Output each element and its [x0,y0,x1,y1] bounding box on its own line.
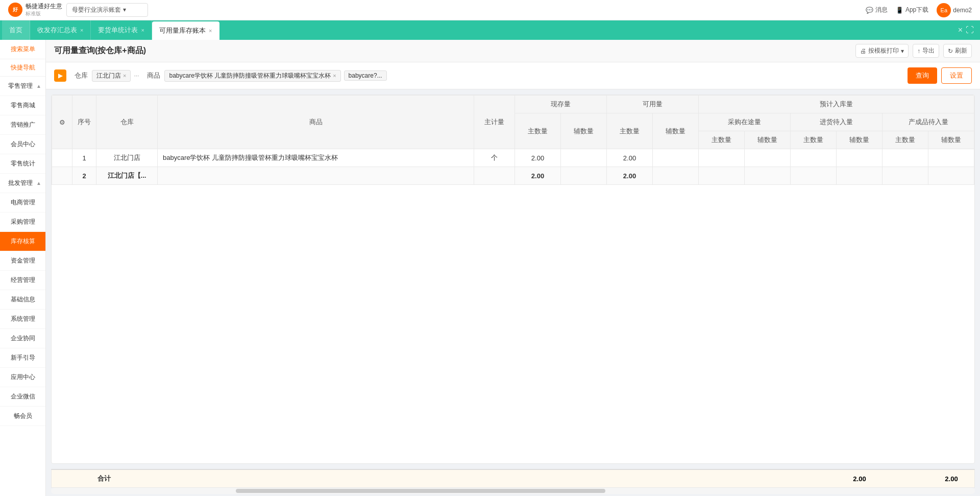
th-product: 商品 [158,96,474,149]
warehouse-tag-close[interactable]: × [123,73,126,79]
cell-product: babycare学饮杯 儿童防摔防撞吸管杯重力球吸嘴杯宝宝水杯 [158,149,474,167]
message-label: 消息 [875,6,888,14]
sidebar-item-marketing[interactable]: 营销推广 [0,115,45,135]
product-tag-1: babycare学饮杯 儿童防摔防撞吸管杯重力球吸嘴杯宝宝水杯 × [164,70,340,82]
avatar: Ea [937,3,951,17]
setting-button[interactable]: 设置 [941,67,972,84]
sidebar-item-member-center[interactable]: 会员中心 [0,135,45,154]
logo-text-block: 畅捷通好生意 标准版 [26,3,62,17]
sidebar-item-purchase[interactable]: 采购管理 [0,212,45,232]
filter-bar: ▶ 仓库 江北门店 × ··· 商品 babycare学饮杯 儿童防摔防撞吸管杯… [46,62,980,89]
tab-receive-summary-close[interactable]: × [80,27,83,33]
close-all-icon[interactable]: × [958,26,963,35]
chevron-down-icon-print: ▾ [901,48,904,55]
industry-selector[interactable]: 母婴行业演示账套 ▾ [66,3,148,17]
scrollbar[interactable] [51,488,975,494]
warehouse-more[interactable]: ··· [134,72,139,79]
th-planned-in: 预计入库量 [699,96,974,113]
tab-receive-summary-label: 收发存汇总表 [37,26,77,35]
cell-avail-main: 2.00 [607,149,653,167]
warehouse-tag-value: 江北门店 [96,72,121,80]
tab-bar: 首页 收发存汇总表 × 要货单统计表 × 可用量库存账本 × × ⛶ [0,20,980,40]
export-btn[interactable]: ↑ 导出 [913,44,939,58]
refresh-icon: ↻ [948,48,953,55]
sidebar-search[interactable]: 搜索菜单 [0,40,45,59]
sidebar-item-wholesale-mgmt[interactable]: 批发管理 ▲ [0,174,45,193]
logo-text: 畅捷通好生意 [26,3,62,10]
sidebar-item-finance[interactable]: 资金管理 [0,251,45,271]
th-proc-transit-main: 主数量 [699,131,745,149]
th-goods-pend-aux: 辅数量 [837,131,883,149]
sidebar-item-operations[interactable]: 经营管理 [0,271,45,290]
main-layout: 搜索菜单 快捷导航 零售管理 ▲ 零售商城 营销推广 会员中心 零售统计 批发管… [0,40,980,496]
cell-warehouse: 江北门店 [96,149,158,167]
table-footer: 合计 2.00 2.00 [51,469,975,488]
phone-icon: 📱 [896,7,903,14]
sidebar-item-retail-mgmt[interactable]: 零售管理 ▲ [0,77,45,96]
cell-settings [52,149,72,167]
tab-available-inventory-close[interactable]: × [209,28,212,34]
product-tag-1-close[interactable]: × [333,73,336,79]
logo-sub: 标准版 [26,10,62,17]
warehouse-tags: 江北门店 × ··· [92,70,139,82]
cell-no-2: 2 [72,167,96,185]
tab-available-inventory[interactable]: 可用量库存账本 × [152,21,219,40]
tab-home[interactable]: 首页 [2,20,30,40]
sidebar-item-member-plus[interactable]: 畅会员 [0,407,45,426]
sidebar-item-enterprise-wechat[interactable]: 企业微信 [0,387,45,407]
cell-proc-transit-aux-2 [745,167,791,185]
query-button[interactable]: 查询 [908,67,937,84]
refresh-btn[interactable]: ↻ 刷新 [943,44,972,58]
cell-avail-main-2: 2.00 [607,167,653,185]
filter-toggle[interactable]: ▶ [54,69,66,82]
sidebar-nav[interactable]: 快捷导航 [0,59,45,77]
sidebar-item-retail-stats[interactable]: 零售统计 [0,154,45,174]
cell-avail-aux [653,149,699,167]
message-btn[interactable]: 💬 消息 [866,6,888,14]
sidebar-item-basic-info[interactable]: 基础信息 [0,290,45,310]
th-avail-aux: 辅数量 [653,113,699,149]
user-name: demo2 [953,7,972,14]
cell-product-2 [158,167,474,185]
tab-receive-summary[interactable]: 收发存汇总表 × [30,20,91,40]
sidebar-item-app-center[interactable]: 应用中心 [0,368,45,387]
th-proc-transit: 采购在途量 [699,113,791,131]
sidebar: 搜索菜单 快捷导航 零售管理 ▲ 零售商城 营销推广 会员中心 零售统计 批发管… [0,40,46,496]
th-no: 序号 [72,96,96,149]
print-btn[interactable]: 🖨 按模板打印 ▾ [855,44,909,58]
sidebar-item-newbie-guide[interactable]: 新手引导 [0,348,45,368]
chevron-down-icon: ▾ [123,6,126,13]
sidebar-item-system[interactable]: 系统管理 [0,310,45,329]
th-prod-pend: 产成品待入量 [883,113,974,131]
top-bar: 好 畅捷通好生意 标准版 母婴行业演示账套 ▾ 💬 消息 📱 App下载 Ea … [0,0,980,20]
cell-current-aux-2 [561,167,607,185]
top-bar-left: 好 畅捷通好生意 标准版 母婴行业演示账套 ▾ [8,3,148,17]
tab-order-stats[interactable]: 要货单统计表 × [91,20,152,40]
th-settings[interactable]: ⚙ [52,96,72,149]
warehouse-tag: 江北门店 × [92,70,131,82]
cell-proc-transit-main-2 [699,167,745,185]
cell-current-main: 2.00 [515,149,561,167]
product-tag-2: babycare?... [344,70,387,81]
tab-order-stats-label: 要货单统计表 [98,26,138,35]
user-menu[interactable]: Ea demo2 [937,3,972,17]
maximize-icon[interactable]: ⛶ [966,26,974,35]
footer-avail-main: 2.00 [928,475,974,483]
th-unit: 主计量 [474,96,515,149]
cell-goods-pend-main-2 [791,167,837,185]
sidebar-item-ecommerce[interactable]: 电商管理 [0,193,45,212]
sidebar-item-enterprise-collab[interactable]: 企业协同 [0,329,45,348]
cell-goods-pend-aux-2 [837,167,883,185]
sidebar-item-inventory-check[interactable]: 库存核算 [0,232,45,251]
footer-current-main: 2.00 [837,475,883,483]
message-icon: 💬 [866,7,873,14]
cell-settings-2 [52,167,72,185]
th-prod-pend-main: 主数量 [883,131,928,149]
app-download-btn[interactable]: 📱 App下载 [896,6,928,14]
footer-label: 合计 [92,474,154,483]
sidebar-item-retail-mall[interactable]: 零售商城 [0,96,45,115]
product-tags: babycare学饮杯 儿童防摔防撞吸管杯重力球吸嘴杯宝宝水杯 × babyca… [164,70,386,82]
tab-order-stats-close[interactable]: × [141,27,144,33]
scroll-thumb [236,489,605,493]
product-tag-2-value: babycare?... [349,72,382,79]
